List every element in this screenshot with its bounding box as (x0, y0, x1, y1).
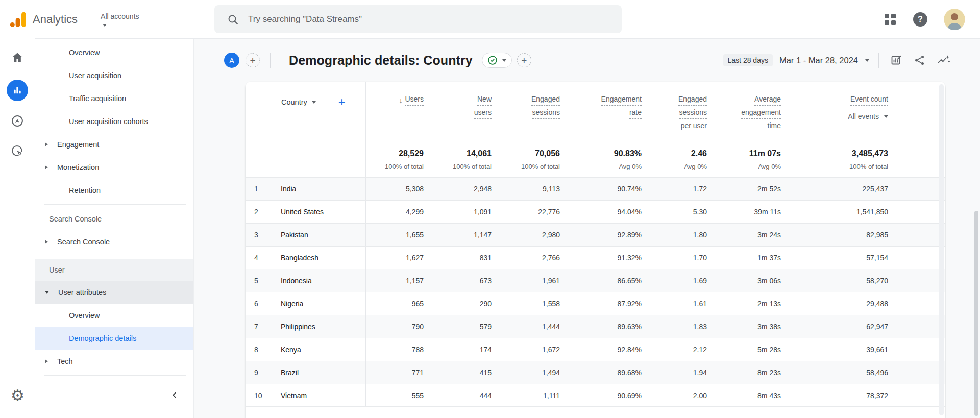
cell-engagement_rate: 92.84% (560, 338, 642, 361)
gear-icon: ⚙ (11, 388, 24, 403)
edit-report-icon (890, 54, 902, 66)
nav-user-attributes-overview[interactable]: Overview (35, 304, 193, 327)
nav-user-attributes[interactable]: User attributes (35, 281, 193, 304)
admin-settings-button[interactable]: ⚙ (0, 384, 35, 407)
nav-user-acquisition[interactable]: User acquisition (35, 64, 193, 87)
nav-retention[interactable]: Retention (35, 179, 193, 202)
nav-tech[interactable]: Tech (35, 350, 193, 373)
account-switcher[interactable]: All accounts (101, 12, 139, 27)
nav-engagement[interactable]: Engagement (35, 133, 193, 156)
collapse-sidebar-button[interactable] (169, 389, 180, 402)
cell-engaged_sessions: 9,113 (492, 178, 560, 200)
column-header-new_users[interactable]: Newusers (424, 82, 492, 145)
table-row: 10Vietnam5554441,11190.69%2.008m 43s78,3… (246, 384, 945, 407)
add-report-tab-button[interactable]: + (517, 53, 531, 67)
column-header-event_count[interactable]: Event countAll events (781, 82, 938, 145)
date-range-selector[interactable]: Mar 1 - Mar 28, 2024 (779, 56, 858, 65)
nav-overview[interactable]: Overview (35, 41, 193, 64)
nav-search-console[interactable]: Search Console (35, 230, 193, 253)
column-header-engaged_sessions[interactable]: Engagedsessions (492, 82, 560, 145)
row-rank: 7 (254, 323, 281, 331)
cell-engaged_sessions: 1,558 (492, 292, 560, 315)
cell-engaged_sessions_per_user: 1.94 (642, 361, 707, 384)
collapse-icon (45, 291, 49, 294)
chevron-down-icon (103, 24, 107, 27)
explore-button[interactable] (0, 110, 35, 132)
cell-users: 555 (366, 384, 424, 406)
cell-country: 3Pakistan (246, 224, 366, 246)
page-scrollbar[interactable] (974, 211, 978, 416)
report-status-pill[interactable] (482, 53, 512, 68)
dimension-header: Country + (246, 82, 366, 145)
cell-avg_engagement_time: 1m 37s (707, 247, 781, 269)
nav-traffic-acquisition[interactable]: Traffic acquisition (35, 87, 193, 110)
search-bar[interactable] (214, 5, 622, 33)
cell-country: 5Indonesia (246, 269, 366, 292)
cell-engagement_rate: 94.04% (560, 201, 642, 223)
cell-country: 2United States (246, 201, 366, 223)
cell-engaged_sessions_per_user: 1.72 (642, 178, 707, 200)
table-row: 3Pakistan1,6551,1472,98092.89%1.803m 24s… (246, 223, 945, 246)
event-count-type-selector[interactable]: All events (848, 112, 888, 120)
column-header-engagement_rate[interactable]: Engagementrate (560, 82, 642, 145)
search-icon (227, 13, 239, 26)
nav-monetization[interactable]: Monetization (35, 156, 193, 179)
nav-user-acquisition-cohorts[interactable]: User acquisition cohorts (35, 110, 193, 133)
cell-users: 790 (366, 315, 424, 338)
cell-event_count: 62,947 (781, 315, 938, 338)
cell-event_count: 29,488 (781, 292, 938, 315)
search-input[interactable] (248, 14, 622, 24)
row-rank: 9 (254, 368, 281, 377)
column-header-avg_engagement_time[interactable]: Averageengagementtime (707, 82, 781, 145)
expand-icon (45, 165, 48, 169)
table-header-row: Country + ↓UsersNewusersEngagedsessionsE… (246, 82, 945, 145)
customize-report-button[interactable] (890, 54, 902, 66)
country-name: Philippines (281, 323, 315, 331)
advertising-button[interactable] (0, 140, 35, 162)
advertising-cursor-icon (10, 144, 24, 158)
table-row: 6Nigeria9652901,55887.92%1.612m 13s29,48… (246, 292, 945, 315)
total-engaged_sessions: 70,056100% of total (492, 145, 560, 177)
cell-new_users: 831 (424, 247, 492, 269)
cell-avg_engagement_time: 39m 11s (707, 201, 781, 223)
home-button[interactable] (0, 46, 35, 69)
cell-users: 1,627 (366, 247, 424, 269)
cell-new_users: 444 (424, 384, 492, 406)
reports-active-indicator (7, 80, 28, 101)
help-button[interactable]: ? (913, 12, 927, 27)
avatar[interactable] (944, 9, 965, 30)
apps-grid-button[interactable] (885, 14, 896, 25)
cell-new_users: 673 (424, 269, 492, 292)
add-comparison-button[interactable]: + (246, 53, 260, 67)
column-header-users[interactable]: ↓Users (366, 82, 424, 145)
row-rank: 5 (254, 277, 281, 285)
column-header-engaged_sessions_per_user[interactable]: Engagedsessionsper user (642, 82, 707, 145)
nav-demographic-details[interactable]: Demographic details (35, 327, 193, 350)
sort-descending-icon: ↓ (399, 96, 402, 105)
cell-engaged_sessions: 1,444 (492, 315, 560, 338)
add-secondary-dimension-button[interactable]: + (338, 96, 346, 108)
cell-engaged_sessions: 1,961 (492, 269, 560, 292)
cell-engaged_sessions_per_user: 2.00 (642, 384, 707, 406)
dimension-selector[interactable]: Country (281, 96, 316, 108)
cell-engaged_sessions_per_user: 1.70 (642, 247, 707, 269)
page-title: Demographic details: Country (289, 53, 473, 68)
insights-button[interactable] (937, 54, 950, 66)
table-row: 8Kenya7881741,67292.84%2.125m 28s39,661 (246, 338, 945, 361)
nav-label: User attributes (58, 288, 106, 297)
table-row: 1India5,3082,9489,11390.74%1.722m 52s225… (246, 177, 945, 200)
chevron-down-icon (865, 59, 869, 62)
table-scrollbar[interactable] (939, 84, 944, 415)
header-divider (270, 53, 271, 68)
cell-avg_engagement_time: 3m 06s (707, 269, 781, 292)
cell-country: 4Bangladesh (246, 247, 366, 269)
property-badge[interactable]: A (224, 53, 239, 68)
row-rank: 10 (254, 391, 281, 400)
reports-button[interactable] (0, 79, 35, 102)
country-name: Brazil (281, 368, 299, 377)
cell-avg_engagement_time: 2m 13s (707, 292, 781, 315)
share-report-button[interactable] (914, 54, 926, 66)
cell-engagement_rate: 89.63% (560, 315, 642, 338)
app-title: Analytics (33, 13, 78, 26)
row-rank: 3 (254, 231, 281, 239)
